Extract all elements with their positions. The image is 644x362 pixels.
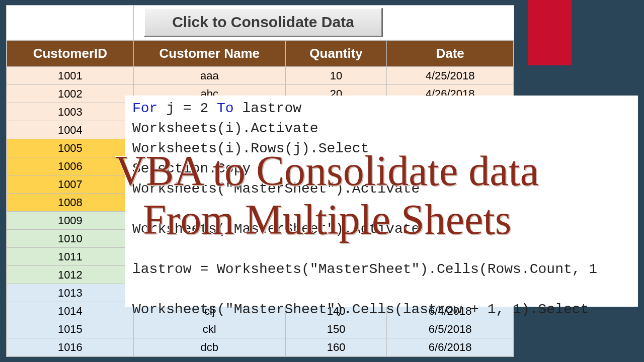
keyword-for: For [132,101,157,116]
cell-id[interactable]: 1013 [7,284,134,302]
code-text: j = 2 [157,101,217,116]
keyword-to: To [217,101,234,116]
cell-id[interactable]: 1016 [7,338,134,356]
code-line [132,280,633,300]
cell-name[interactable]: aaa [133,67,285,85]
cell-name[interactable]: ckl [133,320,285,338]
code-line [132,239,633,259]
cell-name[interactable]: dcb [133,338,285,356]
button-row: Click to Consolidate Data [7,6,514,40]
table-header-row: CustomerID Customer Name Quantity Date [7,41,514,67]
header-customer-name: Customer Name [133,41,285,67]
spacer-cell [7,6,134,40]
code-line [132,199,633,219]
header-date: Date [387,41,514,67]
cell-date[interactable]: 6/5/2018 [387,320,514,338]
cell-id[interactable]: 1007 [7,175,134,194]
cell-id[interactable]: 1011 [7,248,134,266]
cell-id[interactable]: 1003 [7,103,134,121]
cell-id[interactable]: 1012 [7,266,134,284]
cell-date[interactable]: 4/25/2018 [387,67,514,85]
cell-id[interactable]: 1009 [7,212,134,230]
header-customer-id: CustomerID [7,41,134,67]
cell-id[interactable]: 1015 [7,320,134,338]
cell-id[interactable]: 1010 [7,230,134,248]
cell-id[interactable]: 1005 [7,139,134,157]
table-row[interactable]: 1001aaa104/25/2018 [7,67,514,85]
cell-id[interactable]: 1006 [7,157,134,175]
cell-qty[interactable]: 150 [285,320,386,338]
code-line: Worksheets(i).Activate [132,119,633,139]
code-line: Worksheets(i).Rows(j).Select [132,139,633,159]
cell-id[interactable]: 1008 [7,194,134,212]
cell-id[interactable]: 1014 [7,302,134,320]
consolidate-button[interactable]: Click to Consolidate Data [144,8,382,37]
table-row[interactable]: 1015ckl1506/5/2018 [7,320,514,338]
cell-id[interactable]: 1002 [7,85,134,103]
code-line: lastrow = Worksheets("MasterSheet").Cell… [132,259,633,280]
cell-id[interactable]: 1004 [7,121,134,139]
decorative-red-block [528,0,572,65]
table-row[interactable]: 1016dcb1606/6/2018 [7,338,514,356]
code-line: Worksheets("MasterSheet").Cells(lastrow … [132,300,633,320]
header-quantity: Quantity [285,41,386,67]
cell-qty[interactable]: 10 [285,67,386,85]
cell-qty[interactable]: 160 [285,338,386,356]
code-line: For j = 2 To lastrow [132,99,633,119]
code-line: Worksheets("MasterSheet").Activate [132,179,633,199]
code-text: lastrow [234,101,301,116]
cell-id[interactable]: 1001 [7,67,134,85]
code-line: Worksheets("MasterSheet").Activate [132,219,633,239]
code-line: Selection.Copy [132,159,633,179]
cell-date[interactable]: 6/6/2018 [387,338,514,356]
vba-code-overlay: For j = 2 To lastrow Worksheets(i).Activ… [125,96,638,307]
